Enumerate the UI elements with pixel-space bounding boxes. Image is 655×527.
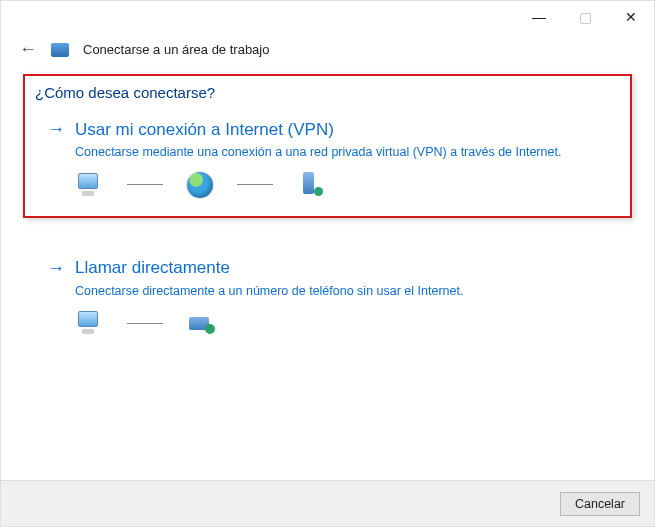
option-vpn-title: Usar mi conexión a Internet (VPN): [75, 120, 334, 140]
connector-line-icon: [127, 184, 163, 185]
server-icon: [297, 172, 325, 198]
close-button[interactable]: ✕: [608, 1, 654, 33]
option-dial[interactable]: → Llamar directamente Conectarse directa…: [35, 258, 620, 345]
cancel-button[interactable]: Cancelar: [560, 492, 640, 516]
connector-line-icon: [237, 184, 273, 185]
window-titlebar: — ▢ ✕: [1, 1, 654, 33]
header: ← Conectarse a un área de trabajo: [1, 33, 654, 74]
vpn-icon-row: [75, 172, 618, 198]
arrow-right-icon: →: [47, 119, 65, 140]
option-dial-desc: Conectarse directamente a un número de t…: [75, 283, 618, 301]
maximize-button[interactable]: ▢: [562, 1, 608, 33]
highlighted-option-box: ¿Cómo desea conectarse? → Usar mi conexi…: [23, 74, 632, 218]
connector-line-icon: [127, 323, 163, 324]
option-dial-title: Llamar directamente: [75, 258, 230, 278]
globe-icon: [187, 172, 213, 198]
page-title: Conectarse a un área de trabajo: [83, 42, 269, 57]
footer-bar: Cancelar: [1, 480, 654, 526]
workplace-icon: [51, 43, 69, 57]
back-button[interactable]: ←: [19, 39, 37, 60]
computer-icon: [75, 172, 103, 198]
dial-icon-row: [75, 310, 618, 336]
computer-icon: [75, 310, 103, 336]
modem-icon: [187, 310, 215, 336]
question-heading: ¿Cómo desea conectarse?: [35, 84, 620, 101]
option-vpn-desc: Conectarse mediante una conexión a una r…: [75, 144, 618, 162]
minimize-button[interactable]: —: [516, 1, 562, 33]
arrow-right-icon: →: [47, 258, 65, 279]
option-vpn[interactable]: → Usar mi conexión a Internet (VPN) Cone…: [35, 119, 620, 206]
